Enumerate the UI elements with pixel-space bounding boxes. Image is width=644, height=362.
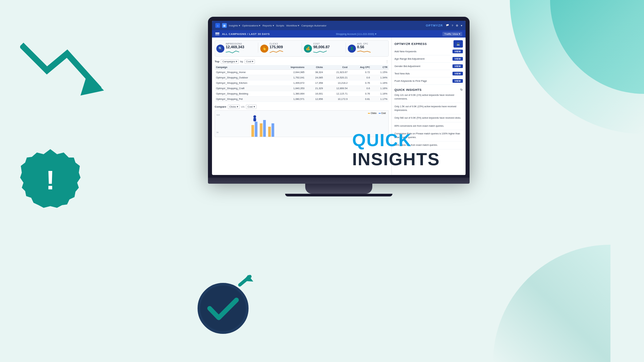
nav-reports[interactable]: Reports ▾ xyxy=(262,24,274,27)
account-icon[interactable]: ▾ xyxy=(461,24,462,27)
svg-rect-10 xyxy=(263,120,266,137)
cost-icon: 💰 xyxy=(304,45,312,53)
table-filter-row: Top Campaigns ▾ by Cost ▾ xyxy=(215,59,255,64)
table-row: Optmyzr_Shopping_Home2,644,98538,32421,9… xyxy=(215,70,389,75)
cost-value: 98,006.87 xyxy=(313,45,330,49)
cell-5: 1.17% xyxy=(371,97,389,102)
cell-2: 24,085 xyxy=(306,75,324,80)
stat-divider-1 xyxy=(258,43,258,53)
compare-header: Compare Clicks ▾ v/s Cost ▾ xyxy=(215,105,389,109)
compare-label: Compare xyxy=(215,105,226,108)
clicks-dot xyxy=(368,113,370,114)
view-toggle[interactable]: Traffic View ▾ xyxy=(442,32,462,36)
table-row: Optmyzr_Shopping_Kitchen1,499,67217,3581… xyxy=(215,80,389,86)
view-btn-0[interactable]: VIEW xyxy=(452,50,463,53)
cell-1: 1,499,672 xyxy=(276,80,306,86)
laptop-container: ⌂ ▦ Insights ▾ Optimizations ▾ Reports ▾… xyxy=(101,17,577,196)
legend-cost: Cost xyxy=(379,112,386,114)
laptop-foot xyxy=(285,194,392,196)
impressions-label: IMPRESSIONS xyxy=(226,43,244,45)
nav-optimizations[interactable]: Optimizations ▾ xyxy=(242,24,261,27)
view-btn-4[interactable]: VIEW xyxy=(452,79,463,83)
home-icon[interactable]: ⌂ xyxy=(215,23,220,28)
col-campaign: Campaign xyxy=(215,65,276,70)
hamburger-menu[interactable] xyxy=(215,33,219,35)
view-btn-3[interactable]: VIEW xyxy=(452,72,463,75)
exclamation-badge-icon: ! xyxy=(20,147,80,208)
clicks-legend-label: Clicks xyxy=(371,112,376,114)
settings-icon[interactable]: ⚙ xyxy=(456,24,458,27)
express-item-1: Age Range Bid Adjustment VIEW xyxy=(394,57,463,63)
express-item-3: Test New Ads VIEW xyxy=(394,72,463,77)
nav-insights[interactable]: Insights ▾ xyxy=(229,24,240,27)
nav-workflow[interactable]: Workflow ▾ xyxy=(286,24,299,27)
cell-3: 12,899.54 xyxy=(324,86,349,91)
laptop: ⌂ ▦ Insights ▾ Optimizations ▾ Reports ▾… xyxy=(208,17,470,196)
brand-name: OPTMYZR xyxy=(426,24,443,27)
table-row: Optmyzr_Shopping_Pet1,080,57112,65610,17… xyxy=(215,97,389,102)
cell-3: 10,172.9 xyxy=(324,97,349,102)
grid-icon[interactable]: ▦ xyxy=(222,23,227,28)
cell-0: Optmyzr_Shopping_Outdoor xyxy=(215,75,276,80)
y-label-top: 41K xyxy=(216,114,220,116)
nav-left: ⌂ ▦ Insights ▾ Optimizations ▾ Reports ▾… xyxy=(215,23,326,28)
nav-campaign-automator[interactable]: Campaign Automator xyxy=(301,24,326,27)
flag-icon: 🏳️ xyxy=(446,24,449,27)
view-btn-2[interactable]: VIEW xyxy=(452,64,463,68)
cell-2: 38,324 xyxy=(306,70,324,75)
express-label-1: Age Range Bid Adjustment xyxy=(394,57,452,60)
y-label-bottom: 3K xyxy=(216,131,219,133)
compare-filter1[interactable]: Clicks ▾ xyxy=(228,105,240,109)
cell-3: 21,923.67 xyxy=(324,70,349,75)
col-clicks: Clicks xyxy=(306,65,324,70)
breadcrumb: ALL CAMPAIGNS / LAST 30 DAYS xyxy=(222,33,270,36)
table-row: Optmyzr_Shopping_Craft1,840,35321,32912,… xyxy=(215,86,389,91)
stat-avg-cpc: 💲 AVG. CPC 0.56 xyxy=(348,43,387,54)
compare-filter2[interactable]: Cost ▾ xyxy=(246,105,257,109)
cell-1: 1,792,041 xyxy=(276,75,306,80)
refresh-icon[interactable]: ↻ xyxy=(460,88,463,92)
cell-3: 13,218.2 xyxy=(324,80,349,86)
checkmark-circle-icon xyxy=(195,275,255,335)
table-menu[interactable]: ⋮ xyxy=(385,60,389,63)
big-title-line2: INsIGHTS xyxy=(352,150,440,169)
nav-scripts[interactable]: Scripts xyxy=(276,24,284,27)
cell-0: Optmyzr_Shopping_Craft xyxy=(215,86,276,91)
col-avg-cpc: Avg CPC xyxy=(349,65,371,70)
optmyzr-express-title: OPTMYZR EXPRESS 💻 xyxy=(394,40,463,48)
cell-5: 1.16% xyxy=(371,80,389,86)
avg-cpc-value: 0.56 xyxy=(357,45,371,49)
account-info[interactable]: Shopping Account (111-222-3333) ▾ xyxy=(336,33,376,36)
svg-rect-7 xyxy=(252,125,254,137)
col-impressions: Impressions xyxy=(276,65,306,70)
impressions-value: 12,469,343 xyxy=(226,45,244,49)
cell-4: 0.81 xyxy=(349,97,371,102)
express-label-4: Push Keywords to First Page xyxy=(394,79,452,82)
cell-3: 12,115.71 xyxy=(324,91,349,97)
cell-4: 0.6 xyxy=(349,75,371,80)
stat-cost: 💰 COST 98,006.87 xyxy=(304,43,343,54)
top-label: Top xyxy=(215,60,219,63)
svg-marker-6 xyxy=(243,275,253,282)
svg-point-4 xyxy=(200,286,246,331)
cell-2: 16,001 xyxy=(306,91,324,97)
stat-impressions: 🔍 IMPRESSIONS 12,469,343 xyxy=(216,43,256,54)
cell-0: Optmyzr_Shopping_Kitchen xyxy=(215,80,276,86)
clicks-icon: 👆 xyxy=(260,45,268,53)
cell-3: 14,520.21 xyxy=(324,75,349,80)
help-icon[interactable]: ? xyxy=(452,24,453,27)
cost-label: COST xyxy=(313,43,330,45)
campaign-filter[interactable]: Campaigns ▾ xyxy=(221,59,239,64)
col-ctr: CTR xyxy=(371,65,389,70)
top-nav: ⌂ ▦ Insights ▾ Optimizations ▾ Reports ▾… xyxy=(212,21,466,30)
clicks-label: CLICKS xyxy=(270,43,283,45)
clicks-value: 175,909 xyxy=(270,45,283,49)
cost-filter[interactable]: Cost ▾ xyxy=(245,59,255,64)
cell-4: 0.76 xyxy=(349,91,371,97)
express-label-3: Test New Ads xyxy=(394,72,452,75)
svg-rect-11 xyxy=(268,127,271,137)
optmyzr-express-icon: 💻 xyxy=(453,40,463,48)
view-btn-1[interactable]: VIEW xyxy=(452,57,463,61)
cell-0: Optmyzr_Shopping_Home xyxy=(215,70,276,75)
cost-dot xyxy=(379,113,381,114)
